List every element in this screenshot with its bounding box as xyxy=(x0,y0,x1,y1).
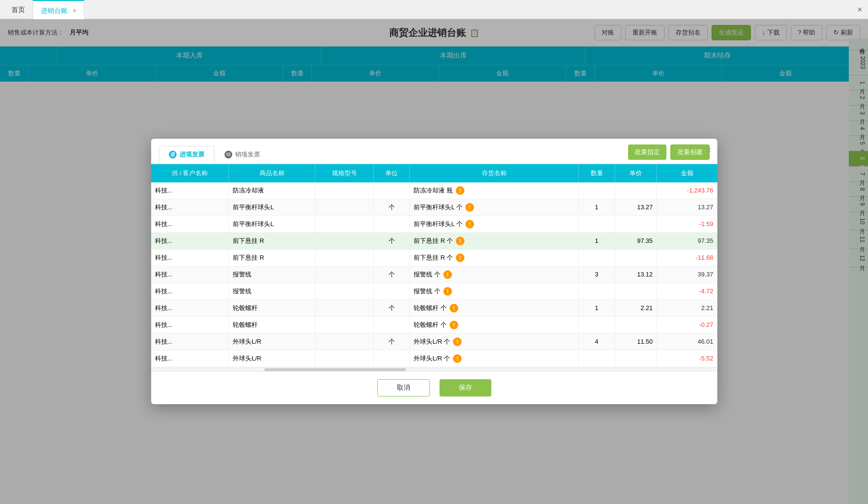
cell-supplier: 科技... xyxy=(151,266,229,283)
cell-product-name: 报警线 xyxy=(229,266,315,283)
warning-icon[interactable]: ! xyxy=(450,321,458,329)
tab-home[interactable]: 首页 xyxy=(4,0,33,19)
cell-inventory: 报警线 个 ! xyxy=(410,283,578,300)
cell-spec xyxy=(315,316,373,333)
warning-icon[interactable]: ! xyxy=(456,237,464,245)
cell-amount: 39.37 xyxy=(657,266,717,283)
cell-amount: -5.52 xyxy=(657,350,717,367)
modal-dialog: × 进 进项发票 销 销项发票 批量指定 批量创建 xyxy=(151,139,717,404)
modal-table-wrap: 供 / 客户名称 商品名称 规格型号 单位 存货名称 数量 单价 金额 科技..… xyxy=(151,164,717,367)
cell-unit-price xyxy=(615,182,657,199)
cell-unit-price xyxy=(615,249,657,266)
cell-qty xyxy=(579,316,615,333)
cell-inventory: 外球头L/R 个 ! xyxy=(410,350,578,367)
cell-product-name: 前下悬挂 R xyxy=(229,232,315,249)
cell-spec xyxy=(315,300,373,316)
cell-qty xyxy=(579,350,615,367)
modal-footer: 取消 保存 xyxy=(151,371,717,404)
batch-assign-button[interactable]: 批量指定 xyxy=(628,144,666,160)
save-button[interactable]: 保存 xyxy=(440,379,491,396)
cell-unit: 个 xyxy=(373,333,410,350)
cell-unit xyxy=(373,216,410,232)
window-close-button[interactable]: × xyxy=(857,4,862,14)
warning-icon[interactable]: ! xyxy=(465,220,474,228)
col-product-name: 商品名称 xyxy=(229,164,315,182)
batch-create-button[interactable]: 批量创建 xyxy=(670,144,710,160)
cell-supplier: 科技... xyxy=(151,283,229,300)
cell-spec xyxy=(315,266,373,283)
warning-icon[interactable]: ! xyxy=(456,186,464,195)
cell-supplier: 科技... xyxy=(151,216,229,232)
warning-icon[interactable]: ! xyxy=(456,253,464,262)
cell-spec xyxy=(315,199,373,216)
cell-supplier: 科技... xyxy=(151,232,229,249)
tab-close-icon[interactable]: × xyxy=(72,7,76,14)
cancel-button[interactable]: 取消 xyxy=(377,379,430,396)
modal-close-button[interactable]: × xyxy=(706,144,712,156)
col-inventory: 存货名称 xyxy=(410,164,579,182)
cell-unit-price: 13.12 xyxy=(615,266,657,283)
table-row: 科技... 轮毂螺杆 轮毂螺杆 个 ! -0.27 xyxy=(151,316,717,333)
warning-icon[interactable]: ! xyxy=(465,203,474,212)
cell-supplier: 科技... xyxy=(151,199,229,216)
table-row: 科技... 前下悬挂 R 前下悬挂 R 个 ! -11.68 xyxy=(151,249,717,266)
cell-unit-price xyxy=(615,216,657,232)
col-unit-price: 单价 xyxy=(615,164,657,182)
main-content: 销售成本计算方法： 月平均 商贸企业进销台账 📋 对账 重新开账 存货别名 生成… xyxy=(0,19,868,504)
cell-qty: 3 xyxy=(579,266,615,283)
table-row: 科技... 防冻冷却液 防冻冷却液 瓶 ! -1,243.76 xyxy=(151,182,717,199)
tab-invoice-in[interactable]: 进 进项发票 xyxy=(159,146,214,163)
tab-bar: 首页 进销台账 × × xyxy=(0,0,868,19)
table-row: 科技... 轮毂螺杆 个 轮毂螺杆 个 ! 1 2.21 2.21 xyxy=(151,300,717,316)
cell-product-name: 轮毂螺杆 xyxy=(229,316,315,333)
modal-overlay: × 进 进项发票 销 销项发票 批量指定 批量创建 xyxy=(0,19,868,504)
modal-table-body: 科技... 防冻冷却液 防冻冷却液 瓶 ! -1,243.76 科技... 前平… xyxy=(151,182,717,367)
cell-qty xyxy=(579,182,615,199)
modal-header: 进 进项发票 销 销项发票 批量指定 批量创建 xyxy=(151,139,717,164)
cell-inventory: 防冻冷却液 瓶 ! xyxy=(410,182,578,199)
cell-amount: 13.27 xyxy=(657,199,717,216)
col-supplier: 供 / 客户名称 xyxy=(151,164,229,182)
col-amount: 金额 xyxy=(657,164,717,182)
modal-header-actions: 批量指定 批量创建 xyxy=(628,144,710,164)
cell-unit-price xyxy=(615,350,657,367)
cell-unit-price: 11.50 xyxy=(615,333,657,350)
cell-unit: 个 xyxy=(373,232,410,249)
warning-icon[interactable]: ! xyxy=(453,337,462,346)
cell-amount: -1.59 xyxy=(657,216,717,232)
cell-product-name: 报警线 xyxy=(229,283,315,300)
cell-inventory: 外球头L/R 个 ! xyxy=(410,334,578,350)
cell-inventory: 前平衡杆球头L 个 ! xyxy=(410,216,578,232)
cell-qty: 4 xyxy=(579,333,615,350)
cell-product-name: 轮毂螺杆 xyxy=(229,300,315,316)
cell-unit xyxy=(373,316,410,333)
cell-amount: -1,243.76 xyxy=(657,182,717,199)
cell-amount: -0.27 xyxy=(657,316,717,333)
horizontal-scrollbar[interactable] xyxy=(151,367,717,371)
cell-amount: 2.21 xyxy=(657,300,717,316)
warning-icon[interactable]: ! xyxy=(453,354,462,363)
cell-inventory: 前下悬挂 R 个 ! xyxy=(410,250,578,266)
tab-invoice-out[interactable]: 销 销项发票 xyxy=(214,146,270,163)
cell-unit xyxy=(373,350,410,367)
cell-spec xyxy=(315,216,373,232)
cell-inventory: 前平衡杆球头L 个 ! xyxy=(410,199,578,216)
warning-icon[interactable]: ! xyxy=(450,304,458,312)
warning-icon[interactable]: ! xyxy=(443,287,452,296)
cell-spec xyxy=(315,350,373,367)
tab-ledger[interactable]: 进销台账 × xyxy=(33,0,84,19)
table-row: 科技... 报警线 报警线 个 ! -4.72 xyxy=(151,283,717,300)
table-row: 科技... 前下悬挂 R 个 前下悬挂 R 个 ! 1 97.35 97.35 xyxy=(151,232,717,249)
cell-spec xyxy=(315,182,373,199)
cell-qty xyxy=(579,216,615,232)
cell-product-name: 前平衡杆球头L xyxy=(229,216,315,232)
warning-icon[interactable]: ! xyxy=(443,270,452,279)
cell-qty: 1 xyxy=(579,199,615,216)
cell-qty xyxy=(579,249,615,266)
table-row: 科技... 外球头L/R 外球头L/R 个 ! -5.52 xyxy=(151,350,717,367)
table-row: 科技... 外球头L/R 个 外球头L/R 个 ! 4 11.50 46.01 xyxy=(151,333,717,350)
col-qty: 数量 xyxy=(579,164,615,182)
cell-spec xyxy=(315,232,373,249)
cell-spec xyxy=(315,333,373,350)
cell-product-name: 防冻冷却液 xyxy=(229,182,315,199)
